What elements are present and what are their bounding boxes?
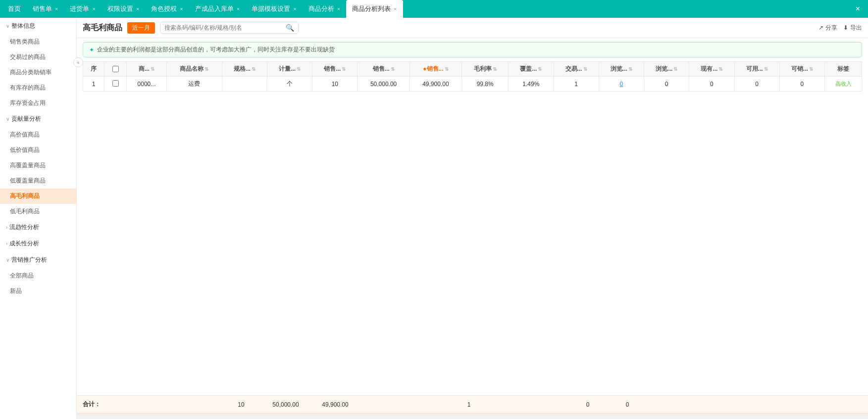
chevron-down-icon: ∨ xyxy=(6,23,9,29)
sidebar: ∨ 整体信息 销售类商品 交易过的商品 商品分类助销率 有库存的商品 库存资金占… xyxy=(0,18,77,419)
sidebar-item-high-value[interactable]: 高价值商品 xyxy=(0,127,76,142)
cell-gross-rate: 99.8% xyxy=(462,77,509,92)
footer-sales-qty: 10 xyxy=(221,401,261,408)
sidebar-item-category-rate[interactable]: 商品分类助销率 xyxy=(0,65,76,80)
tab-sales[interactable]: 销售单 × xyxy=(27,0,64,18)
sidebar-item-high-coverage[interactable]: 高覆盖量商品 xyxy=(0,158,76,173)
sidebar-group-overall[interactable]: ∨ 整体信息 xyxy=(0,18,76,34)
col-available[interactable]: 可用...⇅ xyxy=(734,62,779,77)
horizontal-scrollbar[interactable] xyxy=(77,413,868,419)
period-button[interactable]: 近一月 xyxy=(127,22,155,34)
sidebar-group-growth[interactable]: › 成长性分析 xyxy=(0,235,76,252)
cell-unit: 个 xyxy=(267,77,312,92)
col-browse1[interactable]: 浏览...⇅ xyxy=(599,62,644,77)
main-layout: ∨ 整体信息 销售类商品 交易过的商品 商品分类助销率 有库存的商品 库存资金占… xyxy=(0,18,868,419)
cell-checkbox[interactable] xyxy=(104,77,127,92)
tab-template-close[interactable]: × xyxy=(293,6,296,12)
select-all-checkbox[interactable] xyxy=(112,66,119,72)
col-name[interactable]: 商品名称⇅ xyxy=(166,62,222,77)
window-close-button[interactable]: × xyxy=(850,4,866,13)
sort-icon-2: ⇅ xyxy=(204,66,208,72)
col-transaction[interactable]: 交易...⇅ xyxy=(554,62,599,77)
tab-template[interactable]: 单据模板设置 × xyxy=(246,0,302,18)
tab-analysis-close[interactable]: × xyxy=(337,6,340,12)
sort-icon-13: ⇅ xyxy=(718,66,722,72)
footer-spacer xyxy=(122,401,221,408)
cell-browse1[interactable]: 0 xyxy=(599,77,644,92)
tab-production[interactable]: 产成品入库单 × xyxy=(189,0,246,18)
cell-saleable: 0 xyxy=(779,77,824,92)
col-tag[interactable]: 标签 xyxy=(825,62,862,77)
tab-role-close[interactable]: × xyxy=(180,6,183,12)
share-button[interactable]: ↗ 分享 xyxy=(818,24,837,32)
tab-purchase-close[interactable]: × xyxy=(92,6,95,12)
col-code[interactable]: 商...⇅ xyxy=(127,62,166,77)
search-icon[interactable]: 🔍 xyxy=(286,24,294,32)
table-row: 1 0000... 运费 个 10 50,000.00 49,900.00 99… xyxy=(83,77,862,92)
footer-spacer3 xyxy=(489,401,528,408)
cell-sales-profit: 49,900.00 xyxy=(409,77,461,92)
sidebar-item-traded[interactable]: 交易过的商品 xyxy=(0,49,76,65)
cell-current-stock: 0 xyxy=(689,77,734,92)
chevron-right-icon-2: › xyxy=(6,241,7,246)
col-coverage[interactable]: 覆盖...⇅ xyxy=(509,62,554,77)
sidebar-item-stock-capital[interactable]: 库存资金占用 xyxy=(0,95,76,111)
col-browse2[interactable]: 浏览...⇅ xyxy=(644,62,689,77)
sidebar-item-low-coverage[interactable]: 低覆盖量商品 xyxy=(0,173,76,188)
col-sales-qty[interactable]: 销售...⇅ xyxy=(312,62,357,77)
tab-production-close[interactable]: × xyxy=(237,6,240,12)
footer-cells: 10 50,000.00 49,900.00 1 0 0 xyxy=(122,401,862,408)
col-seq: 序 xyxy=(83,62,104,77)
col-spec[interactable]: 规格...⇅ xyxy=(222,62,267,77)
footer-current-stock: 0 xyxy=(568,401,608,408)
sidebar-item-new-goods[interactable]: 新品 xyxy=(0,283,76,299)
col-sales-profit[interactable]: ●销售...⇅ xyxy=(409,62,461,77)
footer-available: 0 xyxy=(608,401,647,408)
col-gross-rate[interactable]: 毛利率⇅ xyxy=(462,62,509,77)
sort-icon-12: ⇅ xyxy=(673,66,677,72)
sidebar-item-low-margin[interactable]: 低毛利商品 xyxy=(0,204,76,219)
chevron-down-icon-3: ∨ xyxy=(6,257,9,263)
sort-icon-8: ⇅ xyxy=(493,66,497,72)
search-input[interactable] xyxy=(164,24,284,31)
tag-badge: 高收入 xyxy=(835,81,852,87)
tab-analysis[interactable]: 商品分析 × xyxy=(303,0,346,18)
col-unit[interactable]: 计量...⇅ xyxy=(267,62,312,77)
content-header: 高毛利商品 近一月 🔍 ↗ 分享 ⬇ 导出 xyxy=(77,18,868,38)
tab-analysis-list[interactable]: 商品分析列表 × xyxy=(346,0,403,18)
col-saleable[interactable]: 可销...⇅ xyxy=(779,62,824,77)
cell-available: 0 xyxy=(734,77,779,92)
col-sales-amount[interactable]: 销售...⇅ xyxy=(357,62,409,77)
sidebar-group-marketing[interactable]: ∨ 营销推广分析 xyxy=(0,252,76,268)
tab-analysis-list-close[interactable]: × xyxy=(394,6,397,12)
cell-tag: 高收入 xyxy=(825,77,862,92)
sidebar-item-high-margin[interactable]: 高毛利商品 xyxy=(0,188,76,204)
export-button[interactable]: ⬇ 导出 xyxy=(843,24,862,32)
tab-purchase[interactable]: 进货单 × xyxy=(64,0,101,18)
col-current-stock[interactable]: 现有...⇅ xyxy=(689,62,734,77)
export-icon: ⬇ xyxy=(843,24,848,31)
row-checkbox[interactable] xyxy=(112,80,119,87)
browse1-link[interactable]: 0 xyxy=(620,81,623,88)
sidebar-item-low-value[interactable]: 低价值商品 xyxy=(0,142,76,158)
tab-home[interactable]: 首页 xyxy=(2,0,27,18)
footer-label: 合计： xyxy=(83,400,122,409)
tab-permission[interactable]: 权限设置 × xyxy=(102,0,145,18)
footer-sales-amount: 50,000.00 xyxy=(261,401,310,408)
sidebar-item-sales-goods[interactable]: 销售类商品 xyxy=(0,34,76,49)
sidebar-group-trend[interactable]: › 流趋性分析 xyxy=(0,219,76,235)
sort-icon-4: ⇅ xyxy=(297,66,301,72)
sidebar-collapse-button[interactable]: « xyxy=(73,57,83,67)
tab-role[interactable]: 角色授权 × xyxy=(145,0,189,18)
tab-sales-close[interactable]: × xyxy=(55,6,58,12)
tab-permission-close[interactable]: × xyxy=(136,6,139,12)
sidebar-group-contribution[interactable]: ∨ 贡献量分析 xyxy=(0,111,76,127)
sidebar-item-all-goods[interactable]: 全部商品 xyxy=(0,268,76,283)
sort-icon-6: ⇅ xyxy=(391,66,395,72)
search-box: 🔍 xyxy=(160,22,299,34)
sort-icon-3: ⇅ xyxy=(252,66,255,72)
share-icon: ↗ xyxy=(818,24,823,31)
sidebar-item-in-stock[interactable]: 有库存的商品 xyxy=(0,80,76,95)
sort-icon-15: ⇅ xyxy=(809,66,813,72)
col-checkbox[interactable] xyxy=(104,62,127,77)
